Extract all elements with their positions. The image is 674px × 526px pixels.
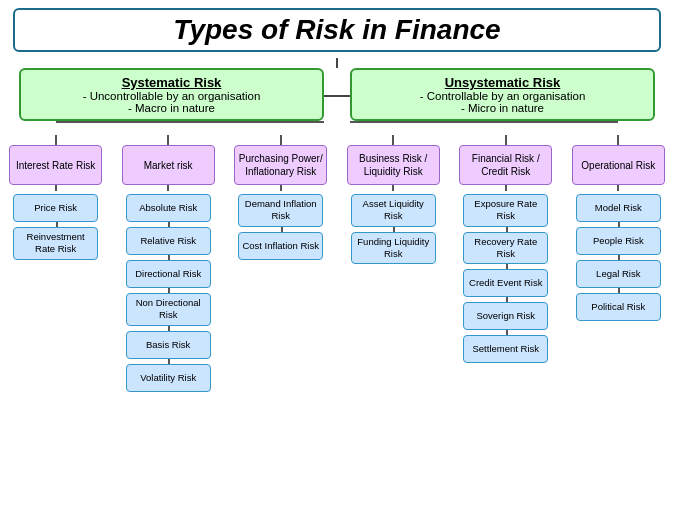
leaf-credit-event: Credit Event Risk (463, 269, 548, 297)
unsystematic-risk-label: Unsystematic Risk (360, 75, 645, 90)
title-connector (336, 58, 338, 68)
subcat-market: Market risk Absolute Risk Relative Risk … (119, 135, 218, 392)
business-risk-label: Business Risk / Liquidity Risk (351, 152, 436, 178)
interest-rate-risk-box: Interest Rate Risk (9, 145, 102, 185)
sc-vline-leaves-0 (55, 185, 57, 191)
market-risk-label: Market risk (144, 159, 193, 172)
subcat-interest-rate: Interest Rate Risk Price Risk Reinvestme… (6, 135, 105, 392)
leaf-asset-liquidity: Asset Liquidity Risk (351, 194, 436, 227)
sc-vline-5 (617, 135, 619, 145)
business-leaves: Asset Liquidity Risk Funding Liquidity R… (351, 194, 436, 264)
leaf-funding-liquidity: Funding Liquidity Risk (351, 232, 436, 265)
leaf-absolute-risk: Absolute Risk (126, 194, 211, 222)
sc-vline-leaves-3 (392, 185, 394, 191)
operational-risk-label: Operational Risk (581, 159, 655, 172)
leaf-volatility-risk: Volatility Risk (126, 364, 211, 392)
unsystematic-hline (350, 121, 618, 123)
unsystematic-desc2: - Micro in nature (360, 102, 645, 114)
unsystematic-risk-node: Unsystematic Risk - Controllable by an o… (350, 68, 655, 121)
purchasing-power-label: Purchasing Power/ Inflationary Risk (238, 152, 323, 178)
leaf-settlement: Settlement Risk (463, 335, 548, 363)
leaf-cost-inflation: Cost Inflation Risk (238, 232, 323, 260)
sc-vline-leaves-2 (280, 185, 282, 191)
systematic-desc2: - Macro in nature (29, 102, 314, 114)
sc-vline-leaves-4 (505, 185, 507, 191)
leaf-non-directional-risk: Non Directional Risk (126, 293, 211, 326)
chart: Systematic Risk - Uncontrollable by an o… (6, 68, 668, 392)
sc-vline-2 (280, 135, 282, 145)
leaf-exposure-rate: Exposure Rate Risk (463, 194, 548, 227)
connector-row (6, 121, 668, 135)
interest-rate-leaves: Price Risk Reinvestment Rate Risk (13, 194, 98, 260)
leaf-legal-risk: Legal Risk (576, 260, 661, 288)
purchasing-power-leaves: Demand Inflation Risk Cost Inflation Ris… (238, 194, 323, 260)
leaf-model-risk: Model Risk (576, 194, 661, 222)
systematic-risk-label: Systematic Risk (29, 75, 314, 90)
sc-vline-0 (55, 135, 57, 145)
sc-vline-4 (505, 135, 507, 145)
subcat-purchasing-power: Purchasing Power/ Inflationary Risk Dema… (231, 135, 330, 392)
operational-risk-box: Operational Risk (572, 145, 665, 185)
market-leaves: Absolute Risk Relative Risk Directional … (126, 194, 211, 392)
subcategories-row: Interest Rate Risk Price Risk Reinvestme… (6, 135, 668, 392)
financial-risk-label: Financial Risk / Credit Risk (463, 152, 548, 178)
leaf-political-risk: Political Risk (576, 293, 661, 321)
sc-vline-leaves-1 (167, 185, 169, 191)
leaf-recovery-rate: Recovery Rate Risk (463, 232, 548, 265)
leaf-demand-inflation: Demand Inflation Risk (238, 194, 323, 227)
leaf-soverign: Soverign Risk (463, 302, 548, 330)
leaf-reinvestment-risk: Reinvestment Rate Risk (13, 227, 98, 260)
subcat-financial: Financial Risk / Credit Risk Exposure Ra… (456, 135, 555, 392)
market-risk-box: Market risk (122, 145, 215, 185)
financial-leaves: Exposure Rate Risk Recovery Rate Risk Cr… (463, 194, 548, 363)
operational-leaves: Model Risk People Risk Legal Risk Politi… (576, 194, 661, 321)
leaf-relative-risk: Relative Risk (126, 227, 211, 255)
leaf-basis-risk: Basis Risk (126, 331, 211, 359)
subcat-business: Business Risk / Liquidity Risk Asset Liq… (344, 135, 443, 392)
systematic-desc1: - Uncontrollable by an organisation (29, 90, 314, 102)
subcat-operational: Operational Risk Model Risk People Risk … (569, 135, 668, 392)
financial-risk-box: Financial Risk / Credit Risk (459, 145, 552, 185)
interest-rate-risk-label: Interest Rate Risk (16, 159, 95, 172)
sc-vline-leaves-5 (617, 185, 619, 191)
page-title-box: Types of Risk in Finance (13, 8, 662, 52)
business-risk-box: Business Risk / Liquidity Risk (347, 145, 440, 185)
leaf-price-risk: Price Risk (13, 194, 98, 222)
page-title: Types of Risk in Finance (25, 14, 650, 46)
purchasing-power-box: Purchasing Power/ Inflationary Risk (234, 145, 327, 185)
leaf-people-risk: People Risk (576, 227, 661, 255)
sc-vline-3 (392, 135, 394, 145)
unsystematic-desc1: - Controllable by an organisation (360, 90, 645, 102)
sc-vline-1 (167, 135, 169, 145)
main-categories-row: Systematic Risk - Uncontrollable by an o… (6, 68, 668, 121)
systematic-hline (56, 121, 324, 123)
leaf-directional-risk: Directional Risk (126, 260, 211, 288)
systematic-risk-node: Systematic Risk - Uncontrollable by an o… (19, 68, 324, 121)
